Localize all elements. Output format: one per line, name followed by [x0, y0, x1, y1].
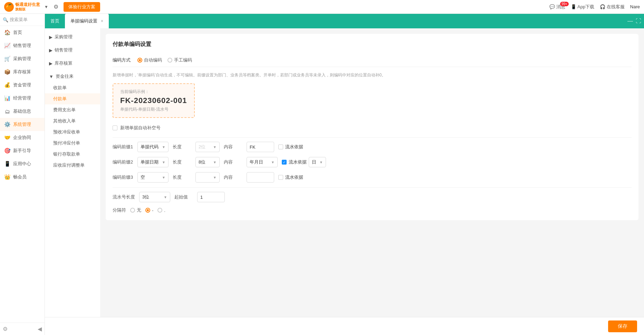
tab-encoding-settings[interactable]: 单据编码设置 × [65, 14, 109, 28]
content2-arrow-icon: ▼ [271, 160, 275, 164]
prefix1-value: 单据代码 [141, 144, 158, 150]
content2-value: 年月日 [250, 159, 263, 165]
sidebar-item-guide[interactable]: 🎯 新手引导 [0, 144, 45, 157]
sep-dot-label: . [164, 208, 165, 213]
manual-radio[interactable]: 手工编码 [167, 57, 192, 63]
prefix1-select[interactable]: 单据代码 ▼ [137, 142, 169, 152]
header-dropdown[interactable]: ▼ [43, 4, 48, 9]
app-download-button[interactable]: 📱 App下载 [571, 4, 594, 10]
sub-item-bank[interactable]: 银行存取款单 [45, 149, 100, 160]
expand-icon[interactable]: ⛶ [636, 18, 641, 24]
trial-button[interactable]: 体验行业方案 [64, 2, 100, 12]
serial2-checkbox[interactable]: ✓ [282, 160, 287, 165]
sep-dash-label: - [152, 208, 153, 213]
sep-dash-radio[interactable]: - [145, 208, 153, 213]
sidebar-item-base-label: 基础信息 [13, 108, 31, 114]
header-settings-icon[interactable]: ⚙ [51, 2, 61, 12]
sub-item-other-income[interactable]: 其他收入单 [45, 115, 100, 127]
sidebar-item-apps-label: 应用中心 [13, 161, 31, 167]
sidebar-item-purchase-label: 采购管理 [13, 56, 31, 62]
sub-group-sales-label: 销售管理 [55, 47, 73, 53]
auto-radio-circle[interactable] [137, 58, 142, 63]
length2-select[interactable]: 8位 ▼ [195, 157, 220, 167]
sub-group-purchase: ▶ 采购管理 [45, 31, 100, 43]
sub-item-prepay-recv[interactable]: 预收冲应收单 [45, 127, 100, 138]
sidebar-item-purchase[interactable]: 🛒 采购管理 [0, 52, 45, 65]
message-icon: 💬 [549, 4, 555, 9]
user-menu[interactable]: Nare [630, 4, 640, 9]
content1-label: 内容 [224, 144, 244, 150]
sep-dot-radio[interactable]: . [157, 208, 165, 213]
home-icon: 🏠 [4, 29, 10, 36]
sub-item-prepay-pay[interactable]: 预付冲应付单 [45, 138, 100, 149]
sub-group-inventory-arrow: ▶ [49, 61, 52, 66]
sub-group-capital: ▼ 资金往来 收款单 付款单 费用支出单 其他收入单 预收冲应收单 预付冲应付单… [45, 71, 100, 171]
sub-item-receipt[interactable]: 收款单 [45, 82, 100, 93]
tab-close-icon[interactable]: × [101, 19, 103, 24]
minimize-icon[interactable]: — [627, 18, 633, 24]
footer-settings-icon[interactable]: ⚙ [3, 326, 8, 332]
content3-field: 内容 [224, 172, 274, 183]
sub-group-sales-arrow: ▶ [49, 48, 52, 53]
inner-layout: ▶ 采购管理 ▶ 销售管理 ▶ 库存核算 [45, 28, 644, 317]
sidebar-item-inventory[interactable]: 📦 库存核算 [0, 65, 45, 78]
content1-field: 内容 [224, 142, 274, 152]
serial1-checkbox[interactable] [278, 145, 283, 149]
sub-item-adjust[interactable]: 应收应付调整单 [45, 160, 100, 171]
sidebar-item-operations[interactable]: 📊 经营管理 [0, 92, 45, 105]
start-value-input[interactable] [197, 192, 225, 202]
length3-select[interactable]: ▼ [195, 172, 220, 183]
sub-group-inventory-header[interactable]: ▶ 库存核算 [45, 57, 100, 69]
search-icon: 🔍 [3, 17, 8, 22]
content2-value-select[interactable]: 年月日 ▼ [247, 157, 278, 167]
length1-select[interactable]: 2位 ▼ [195, 142, 220, 152]
manual-radio-circle[interactable] [167, 58, 172, 63]
prefix3-select[interactable]: 空 ▼ [137, 172, 169, 183]
logo-line2: 旗舰版 [15, 7, 40, 11]
sep-dash-radio-circle[interactable] [145, 208, 150, 213]
serial3-checkbox[interactable] [278, 175, 283, 180]
prefix-row-2: 编码前缀2 单据日期 ▼ 长度 8位 ▼ [113, 157, 632, 167]
message-button[interactable]: 💬 消息 99+ [549, 4, 565, 10]
length2-label: 长度 [173, 159, 193, 165]
sidebar-item-system[interactable]: ⚙️ 系统管理 [0, 118, 45, 131]
search-menu-button[interactable]: 🔍 搜索菜单 [0, 14, 45, 26]
sidebar-collapse-icon[interactable]: ◀ [38, 326, 42, 332]
sidebar-item-home[interactable]: 🏠 首页 [0, 26, 45, 39]
sub-item-expense[interactable]: 费用支出单 [45, 104, 100, 115]
settings-main: 付款单编码设置 编码方式 自动编码 手工编码 [100, 28, 644, 317]
auto-radio[interactable]: 自动编码 [137, 57, 162, 63]
sidebar-item-base[interactable]: 🗂 基础信息 [0, 105, 45, 118]
separator-row: 分隔符 无 - . [113, 207, 632, 213]
system-icon: ⚙️ [4, 121, 10, 128]
sidebar-item-member[interactable]: 👑 畅会员 [0, 170, 45, 184]
sidebar-item-coop[interactable]: 🤝 企业协同 [0, 131, 45, 144]
tab-home[interactable]: 首页 [45, 14, 65, 28]
save-button[interactable]: 保存 [608, 320, 637, 332]
sep-none-radio[interactable]: 无 [130, 207, 141, 213]
serial-length-select[interactable]: 3位 ▼ [139, 192, 170, 202]
sep-none-radio-circle[interactable] [130, 208, 135, 213]
sub-group-inventory-label: 库存核算 [55, 60, 73, 66]
sub-group-purchase-header[interactable]: ▶ 采购管理 [45, 31, 100, 43]
sub-group-capital-header[interactable]: ▼ 资金往来 [45, 71, 100, 82]
username: Nare [630, 4, 640, 9]
sep-dot-radio-circle[interactable] [157, 208, 162, 213]
auto-fill-checkbox[interactable] [113, 125, 117, 130]
sub-group-sales-header[interactable]: ▶ 销售管理 [45, 44, 100, 56]
length3-field: 长度 ▼ [173, 172, 220, 183]
sidebar-item-sales[interactable]: 📈 销售管理 [0, 39, 45, 52]
online-service-button[interactable]: 🎧 在线客服 [600, 4, 625, 10]
content3-input[interactable] [247, 172, 274, 183]
inventory-icon: 📦 [4, 69, 10, 75]
sidebar-item-finance[interactable]: 💰 资金管理 [0, 78, 45, 92]
length2-arrow-icon: ▼ [213, 160, 217, 164]
prefix-row-3: 编码前缀3 空 ▼ 长度 ▼ 内 [113, 172, 632, 183]
prefix2-select[interactable]: 单据日期 ▼ [137, 157, 169, 167]
sidebar-item-apps[interactable]: 📱 应用中心 [0, 157, 45, 170]
sidebar-item-inventory-label: 库存核算 [13, 69, 31, 75]
divider2 [113, 187, 632, 188]
sub-item-payment[interactable]: 付款单 [45, 93, 100, 104]
serial2-unit-select[interactable]: 日 ▼ [309, 157, 326, 167]
sidebar-item-system-label: 系统管理 [13, 121, 31, 128]
